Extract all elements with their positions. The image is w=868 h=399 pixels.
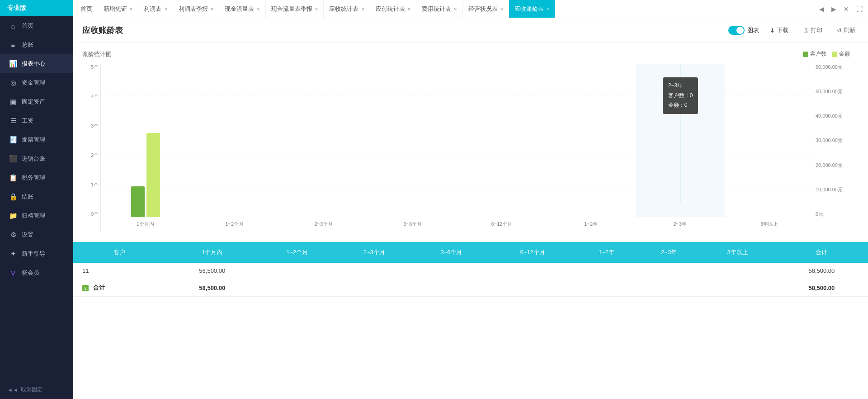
cell-y23 — [638, 263, 700, 279]
sidebar-item-inventory[interactable]: ⬛ 进销台账 — [0, 149, 73, 168]
tab-profit-quarterly[interactable]: 利润表季报 × — [173, 0, 219, 18]
x-label-y23: 2~3年 — [636, 217, 725, 231]
table-container: 客户 1个月内 1~2个月 2~3个月 3~6个月 6~12个月 1~2年 2~… — [73, 242, 868, 297]
data-table: 客户 1个月内 1~2个月 2~3个月 3~6个月 6~12个月 1~2年 2~… — [73, 242, 868, 297]
table-row: 11 58,500.00 58,500.00 — [73, 263, 868, 279]
sidebar-item-funds[interactable]: ◎ 资金管理 — [0, 73, 73, 92]
funds-icon: ◎ — [9, 79, 17, 87]
page-header: 应收账龄表 图表 ⬇ 下载 🖨 打印 — [73, 18, 868, 43]
x-axis: 1个月内 1~2个月 2~3个月 3~6个月 6~12个月 1~2年 2~3年 … — [101, 217, 814, 231]
bar-group-m1 — [101, 64, 190, 217]
closing-icon: 🔒 — [9, 193, 17, 201]
sidebar-item-ledger[interactable]: ≡ 总账 — [0, 35, 73, 54]
total-m12 — [259, 279, 336, 297]
tab-close-btn[interactable]: ✕ — [840, 5, 853, 13]
tab-aging-label: 应收账龄表 — [514, 5, 544, 13]
sidebar-item-home[interactable]: ⌂ 首页 — [0, 16, 73, 35]
toggle-thumb — [736, 27, 744, 34]
refresh-icon: ↺ — [837, 27, 842, 34]
tab-profit-quarterly-close[interactable]: × — [211, 6, 213, 12]
tab-voucher-close[interactable]: × — [130, 6, 132, 12]
sidebar-item-assets[interactable]: ▣ 固定资产 — [0, 92, 73, 111]
print-icon: 🖨 — [803, 27, 809, 34]
download-label: 下载 — [777, 26, 788, 34]
arrow-left-icon: ◄◄ — [7, 387, 18, 393]
sidebar-item-label: 新手引导 — [22, 250, 45, 258]
tab-cashflow-quarterly-label: 现金流量表季报 — [271, 5, 312, 13]
ledger-icon: ≡ — [9, 41, 17, 49]
tab-voucher[interactable]: 新增凭证 × — [98, 0, 138, 18]
bar-customers-m1 — [131, 186, 145, 217]
tab-operation-close[interactable]: × — [500, 6, 503, 12]
sidebar-item-tax[interactable]: 📋 税务管理 — [0, 168, 73, 187]
toggle-track[interactable] — [728, 26, 745, 35]
refresh-label: 刷新 — [844, 26, 855, 34]
bar-group-m12 — [190, 64, 279, 217]
tab-home[interactable]: 首页 — [75, 0, 98, 18]
sidebar-item-label: 设置 — [22, 231, 33, 239]
chart-tooltip: 2~3年 客户数：0 金额：0 — [663, 77, 698, 114]
sidebar-item-reports[interactable]: 📊 报表中心 — [0, 54, 73, 73]
bar-group-y12 — [547, 64, 636, 217]
sidebar-item-invoice[interactable]: 🧾 发票管理 — [0, 130, 73, 149]
sidebar-item-label: 税务管理 — [22, 174, 45, 182]
sidebar-footer[interactable]: ◄◄ 取消固定 — [0, 380, 73, 399]
home-icon: ⌂ — [9, 22, 17, 30]
tab-payable-stat[interactable]: 应付统计表 × — [370, 0, 416, 18]
customers-dot — [803, 52, 808, 57]
download-button[interactable]: ⬇ 下载 — [766, 24, 792, 36]
total-label: Σ 合计 — [73, 279, 166, 297]
tab-receivable-stat[interactable]: 应收统计表 × — [324, 0, 370, 18]
col-y3plus: 3年以上 — [700, 242, 775, 263]
tab-profit-quarterly-label: 利润表季报 — [179, 5, 208, 13]
tab-cashflow[interactable]: 现金流量表 × — [219, 0, 265, 18]
sidebar-item-settings[interactable]: ⚙ 设置 — [0, 225, 73, 244]
tab-profit-close[interactable]: × — [164, 6, 167, 12]
chart-wrapper: 5个 4个 3个 2个 1个 0个 — [82, 64, 859, 231]
bar-group-m612 — [458, 64, 547, 217]
col-m12: 1~2个月 — [259, 242, 336, 263]
gear-icon: ⚙ — [9, 231, 17, 239]
sidebar-item-archive[interactable]: 📁 归档管理 — [0, 206, 73, 225]
tab-payable-stat-close[interactable]: × — [408, 6, 410, 12]
sidebar-item-label: 发票管理 — [22, 136, 45, 144]
tooltip-customers: 客户数：0 — [668, 91, 693, 101]
tab-expense-stat-close[interactable]: × — [454, 6, 457, 12]
tab-cashflow-quarterly[interactable]: 现金流量表季报 × — [266, 0, 324, 18]
col-m23: 2~3个月 — [336, 242, 413, 263]
sidebar-item-salary[interactable]: ☰ 工资 — [0, 111, 73, 130]
refresh-button[interactable]: ↺ 刷新 — [833, 24, 859, 36]
cell-m612 — [490, 263, 576, 279]
tab-receivable-stat-close[interactable]: × — [361, 6, 364, 12]
invoice-icon: 🧾 — [9, 136, 17, 144]
print-button[interactable]: 🖨 打印 — [799, 24, 826, 36]
reports-icon: 📊 — [9, 60, 17, 68]
tab-aging-close[interactable]: × — [547, 6, 549, 12]
tab-cashflow-quarterly-close[interactable]: × — [315, 6, 318, 12]
sidebar-item-closing[interactable]: 🔒 结账 — [0, 187, 73, 206]
tooltip-period: 2~3年 — [668, 81, 693, 91]
bars-area: 2~3年 客户数：0 金额：0 — [101, 64, 814, 217]
sidebar-item-guide[interactable]: ✦ 新手引导 — [0, 244, 73, 263]
page-title: 应收账龄表 — [82, 25, 123, 36]
cell-m36 — [413, 263, 490, 279]
tab-prev-btn[interactable]: ◀ — [816, 5, 828, 13]
tab-cashflow-close[interactable]: × — [257, 6, 259, 12]
tab-next-btn[interactable]: ▶ — [828, 5, 840, 13]
tab-profit[interactable]: 利润表 × — [138, 0, 173, 18]
sidebar-item-vip[interactable]: V 畅会员 — [0, 263, 73, 282]
chart-toggle[interactable]: 图表 — [728, 26, 759, 35]
sidebar-item-label: 首页 — [22, 22, 33, 30]
col-m36: 3~6个月 — [413, 242, 490, 263]
tab-maximize-btn[interactable]: ⛶ — [853, 5, 866, 13]
x-label-y3plus: 3年以上 — [725, 217, 814, 231]
page-container: 应收账龄表 图表 ⬇ 下载 🖨 打印 — [73, 18, 868, 399]
tab-expense-stat[interactable]: 费用统计表 × — [416, 0, 462, 18]
tab-operation[interactable]: 经营状况表 × — [463, 0, 509, 18]
tab-aging[interactable]: 应收账龄表 × — [509, 0, 555, 18]
download-icon: ⬇ — [770, 27, 775, 34]
cell-y12 — [576, 263, 638, 279]
tab-cashflow-label: 现金流量表 — [225, 5, 254, 13]
total-icon: Σ — [82, 285, 89, 291]
sidebar-item-label: 工资 — [22, 117, 33, 125]
